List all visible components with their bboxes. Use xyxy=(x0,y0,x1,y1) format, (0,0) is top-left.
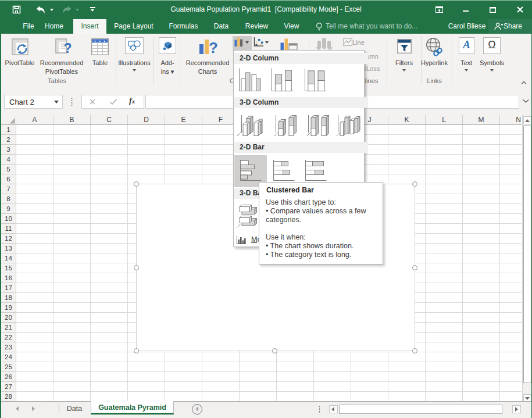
svg-text:?: ? xyxy=(64,41,72,56)
svg-text:?: ? xyxy=(209,39,217,56)
